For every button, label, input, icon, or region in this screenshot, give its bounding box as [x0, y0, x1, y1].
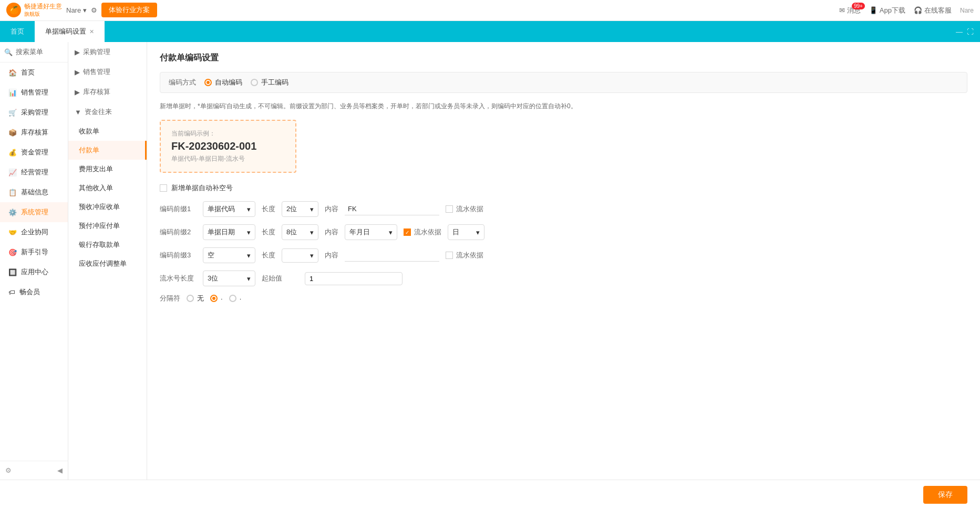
mid-nav-item-expense[interactable]: 费用支出单: [68, 160, 147, 179]
sidebar-item-guide[interactable]: 🎯 新手引导: [0, 242, 68, 262]
page-title: 付款单编码设置: [160, 53, 967, 64]
watermark-2-checkbox[interactable]: ✓: [404, 228, 411, 236]
radio-manual[interactable]: 手工编码: [251, 78, 288, 87]
watermark-1-checkbox[interactable]: [446, 205, 453, 213]
mid-nav-item-bank[interactable]: 银行存取款单: [68, 235, 147, 254]
arrow-right-icon: ▶: [75, 48, 80, 56]
service-label: 在线客服: [924, 6, 952, 15]
content-2-select[interactable]: 年月日 ▾: [345, 224, 397, 240]
sidebar-item-finance[interactable]: 💰 资金管理: [0, 142, 68, 162]
mid-nav: ▶ 采购管理 ▶ 销售管理 ▶ 库存核算 ▼ 资金往来 收款单 付款单 费用支出…: [68, 42, 147, 480]
arrow-right-icon-3: ▶: [75, 88, 80, 96]
arrow-down-icon: ▼: [75, 108, 81, 116]
mid-nav-item-prepay-offset[interactable]: 预收冲应收单: [68, 198, 147, 216]
radio-auto[interactable]: 自动编码: [204, 78, 242, 87]
length-1-arrow: ▾: [310, 205, 314, 213]
save-button[interactable]: 保存: [923, 486, 967, 504]
prefix-3-label: 编码前缀3: [160, 251, 197, 260]
watermark-2-label: 流水依据: [414, 227, 441, 237]
sidebar-item-sales[interactable]: 📊 销售管理: [0, 82, 68, 102]
mid-nav-item-receipt[interactable]: 收款单: [68, 122, 147, 141]
mid-nav-group-purchase-title[interactable]: ▶ 采购管理: [68, 42, 147, 62]
sidebar-item-operations-label: 经营管理: [21, 168, 48, 177]
chevron-down-icon: ▾: [83, 6, 87, 14]
mid-nav-group-inventory: ▶ 库存核算: [68, 82, 147, 102]
mid-nav-group-sales-title[interactable]: ▶ 销售管理: [68, 62, 147, 82]
watermark-1-label: 流水依据: [456, 204, 483, 214]
serial-length-label: 流水号长度: [160, 274, 197, 283]
sidebar-item-home[interactable]: 🏠 首页: [0, 63, 68, 82]
watermark-3-checkbox[interactable]: [446, 252, 453, 259]
sidebar-menu: 🏠 首页 📊 销售管理 🛒 采购管理 📦 库存核算 💰 资金管理 📈 经: [0, 63, 68, 461]
sidebar-bottom: ⚙ ◀: [0, 461, 68, 480]
sep-dash[interactable]: ·: [229, 295, 242, 303]
content-3-label: 内容: [325, 251, 338, 260]
mid-nav-purchase-label: 采购管理: [83, 47, 110, 57]
experience-button[interactable]: 体验行业方案: [101, 3, 157, 17]
content-3-input[interactable]: [345, 249, 439, 262]
logo-sub-text: 旗舰版: [24, 11, 62, 18]
sidebar-item-purchase[interactable]: 🛒 采购管理: [0, 102, 68, 122]
tab-close-icon[interactable]: ✕: [89, 28, 94, 35]
enterprise-icon: 🤝: [8, 228, 17, 236]
sidebar-item-basic-info[interactable]: 📋 基础信息: [0, 182, 68, 202]
length-1-select[interactable]: 2位 ▾: [282, 201, 318, 217]
settings-bottom-icon[interactable]: ⚙: [5, 466, 12, 474]
sep-dot[interactable]: ·: [210, 295, 223, 303]
length-2-value: 8位: [286, 227, 297, 237]
message-button[interactable]: ✉ 消息 99+: [839, 6, 861, 15]
auto-fill-checkbox[interactable]: [160, 184, 167, 192]
sidebar-item-app-center[interactable]: 🔲 应用中心: [0, 262, 68, 282]
mid-nav-item-payment[interactable]: 付款单: [68, 141, 147, 160]
message-icon: ✉: [839, 6, 845, 14]
description-text: 新增单据时，*单据编码'自动生成，不可编辑。前缀设置为部门、业务员等档案类，开单…: [160, 101, 967, 111]
mid-nav-item-advance-offset[interactable]: 预付冲应付单: [68, 216, 147, 235]
sidebar-item-operations[interactable]: 📈 经营管理: [0, 162, 68, 182]
mid-nav-item-ar-ap-adjust[interactable]: 应收应付调整单: [68, 254, 147, 273]
watermark-2-group: ✓ 流水依据: [404, 227, 441, 237]
tab-encoding-settings[interactable]: 单据编码设置 ✕: [35, 21, 105, 42]
day-select[interactable]: 日 ▾: [448, 224, 484, 240]
serial-length-arrow: ▾: [247, 275, 251, 283]
length-2-label: 长度: [262, 227, 275, 237]
sidebar-item-member[interactable]: 🏷 畅会员: [0, 282, 68, 302]
prefix-2-select[interactable]: 单据日期 ▾: [203, 224, 255, 240]
sidebar-search-label: 搜索菜单: [16, 47, 43, 57]
sidebar-item-system[interactable]: ⚙️ 系统管理: [0, 202, 68, 222]
sep-dot-circle: [210, 295, 218, 302]
mid-nav-group-capital-title[interactable]: ▼ 资金往来: [68, 102, 147, 122]
sidebar-item-inventory[interactable]: 📦 库存核算: [0, 122, 68, 142]
sidebar-search[interactable]: 🔍 搜索菜单: [0, 42, 68, 63]
serial-length-select[interactable]: 3位 ▾: [203, 271, 255, 286]
prefix-2-value: 单据日期: [208, 227, 235, 237]
sidebar-item-enterprise[interactable]: 🤝 企业协同: [0, 222, 68, 242]
mid-nav-item-other-income[interactable]: 其他收入单: [68, 179, 147, 198]
sep-none-label: 无: [197, 294, 204, 303]
start-value-input[interactable]: [305, 272, 403, 285]
length-3-select[interactable]: ▾: [282, 248, 318, 263]
radio-manual-circle: [251, 79, 258, 86]
length-2-select[interactable]: 8位 ▾: [282, 224, 318, 240]
online-service-button[interactable]: 🎧 在线客服: [914, 6, 952, 15]
app-label: App下载: [880, 6, 905, 15]
minimize-icon[interactable]: —: [956, 28, 963, 36]
settings-icon[interactable]: ⚙: [91, 6, 97, 14]
bottom-bar: 保存: [0, 480, 980, 509]
tab-home[interactable]: 首页: [0, 21, 35, 42]
content-1-input[interactable]: [345, 203, 439, 215]
app-download-button[interactable]: 📱 App下载: [869, 6, 905, 15]
preview-label: 当前编码示例：: [171, 129, 285, 138]
prefix-1-select[interactable]: 单据代码 ▾: [203, 201, 255, 217]
main-layout: 🔍 搜索菜单 🏠 首页 📊 销售管理 🛒 采购管理 📦 库存核算 💰: [0, 42, 980, 480]
collapse-icon[interactable]: ◀: [57, 466, 63, 474]
sep-none[interactable]: 无: [187, 294, 204, 303]
maximize-icon[interactable]: ⛶: [967, 28, 974, 36]
serial-row: 流水号长度 3位 ▾ 起始值: [160, 271, 967, 286]
prefix-2-arrow: ▾: [247, 228, 251, 236]
prefix-1-label: 编码前缀1: [160, 204, 197, 214]
prefix-3-select[interactable]: 空 ▾: [203, 247, 255, 263]
headset-icon: 🎧: [914, 6, 922, 14]
mid-nav-group-inventory-title[interactable]: ▶ 库存核算: [68, 82, 147, 102]
company-selector[interactable]: Nare ▾: [66, 6, 87, 14]
basic-info-icon: 📋: [8, 189, 17, 196]
